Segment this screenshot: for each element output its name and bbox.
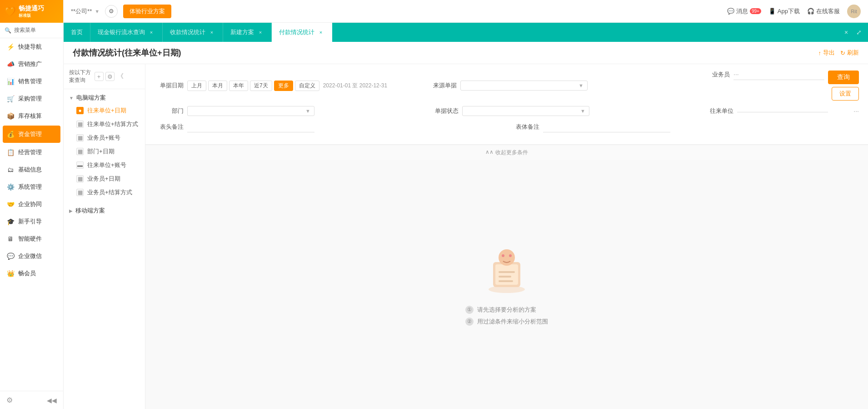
main-area: **公司** ▼ ⚙ 体验行业方案 💬 消息 99+ 📱 App下载 🎧 在线客… (64, 0, 868, 409)
table-body-note-input[interactable] (543, 121, 670, 132)
empty-tip-2: ② 用过滤条件来缩小分析范围 (465, 318, 548, 326)
tab-collection-close[interactable]: × (208, 29, 215, 36)
scheme-desktop-header[interactable]: ▼ 电脑端方案 (64, 92, 145, 104)
scheme-settings-btn[interactable]: ⚙ (105, 72, 115, 81)
date-opt-more[interactable]: 更多 (274, 81, 293, 91)
weixin-icon: 💬 (6, 252, 15, 260)
enterprise-icon: 🤝 (6, 200, 15, 208)
sidebar-item-finance[interactable]: 💰 资金管理 (3, 126, 60, 143)
search-icon: 🔍 (5, 27, 11, 34)
salesman-more-btn[interactable]: ··· (733, 71, 739, 78)
sidebar-item-guide[interactable]: 🎓 新手引导 (0, 213, 63, 230)
sidebar-item-vip[interactable]: 👑 畅会员 (0, 265, 63, 282)
date-options: 上月 本月 本年 近7天 更多 自定义 2022-01-01 至 2022-12… (187, 81, 387, 91)
partner-filter-col: 往来单位 ··· (704, 107, 859, 115)
settings-btn[interactable]: 设置 (832, 87, 859, 101)
date-opt-this-year[interactable]: 本年 (229, 81, 248, 91)
finance-icon: 💰 (6, 130, 15, 138)
scheme-icon-0: ● (76, 107, 84, 114)
sidebar-item-hardware[interactable]: 🖥 智能硬件 (0, 230, 63, 247)
partner-more-btn[interactable]: ··· (853, 107, 859, 115)
action-btns: 查询 设置 (828, 71, 859, 101)
sidebar-item-weixin[interactable]: 💬 企业微信 (0, 247, 63, 265)
date-opt-last-month[interactable]: 上月 (187, 81, 206, 91)
topbar-settings-btn[interactable]: ⚙ (105, 5, 118, 18)
topbar-msg-btn[interactable]: 💬 消息 99+ (727, 7, 761, 15)
table-header-note-input[interactable] (187, 121, 314, 132)
partner-label: 往来单位 (704, 107, 733, 115)
sidebar-search-btn[interactable]: 🔍 搜索菜单 (0, 23, 63, 38)
inventory-icon: 📦 (6, 112, 15, 120)
salesman-label: 业务员 (701, 71, 730, 79)
tab-new-scheme[interactable]: 新建方案 × (223, 23, 272, 42)
scheme-item-salesman-account[interactable]: ▦ 业务员+账号 (64, 131, 145, 145)
date-opt-7days[interactable]: 近7天 (250, 81, 272, 91)
export-icon: ↑ (818, 50, 822, 56)
scheme-mobile-header[interactable]: ▶ 移动端方案 (64, 205, 145, 217)
table-header-note-col: 表头备注 (155, 121, 503, 132)
export-btn[interactable]: ↑ 导出 (818, 49, 835, 57)
scheme-add-btn[interactable]: + (95, 72, 104, 81)
table-body-note-label: 表体备注 (510, 123, 539, 131)
scheme-item-partner-settlement[interactable]: ▦ 往来单位+结算方式 (64, 117, 145, 131)
topbar-service-btn[interactable]: 🎧 在线客服 (807, 7, 840, 15)
scheme-item-partner-date[interactable]: ● 往来单位+日期 (64, 104, 145, 117)
tab-expand-btn[interactable]: ⤢ (853, 27, 864, 38)
topbar-app-download-btn[interactable]: 📱 App下载 (768, 7, 800, 15)
avatar[interactable]: Rit (847, 5, 861, 18)
source-select[interactable]: ▼ (460, 81, 588, 91)
tabbar-controls: × ⤢ (837, 23, 868, 42)
scheme-item-salesman-date[interactable]: ▦ 业务员+日期 (64, 172, 145, 186)
tab-payment-close[interactable]: × (317, 29, 324, 36)
dept-select[interactable]: ▼ (187, 106, 314, 116)
scheme-collapse-btn[interactable]: 《 (117, 72, 140, 81)
sidebar-item-quick-nav[interactable]: ⚡ 快捷导航 (0, 38, 63, 56)
company-chevron-icon[interactable]: ▼ (95, 9, 100, 14)
purchase-icon: 🛒 (6, 95, 15, 103)
sidebar-item-enterprise[interactable]: 🤝 企业协同 (0, 196, 63, 213)
scheme-mobile-group: ▶ 移动端方案 (64, 202, 145, 219)
tab-new-scheme-close[interactable]: × (257, 29, 264, 36)
system-icon: ⚙️ (6, 183, 15, 191)
sidebar-item-sales[interactable]: 📊 销售管理 (0, 73, 63, 90)
sidebar-collapse-icon[interactable]: ◀◀ (47, 397, 57, 404)
msg-badge: 99+ (750, 8, 761, 14)
vip-icon: 👑 (6, 269, 15, 278)
voucher-status-label: 单据状态 (429, 107, 459, 115)
filter-area: 单据日期 上月 本月 本年 近7天 更多 自定义 2022-01-01 至 20… (145, 64, 868, 409)
sidebar-item-system[interactable]: ⚙️ 系统管理 (0, 178, 63, 196)
dept-label: 部门 (155, 107, 184, 115)
marketing-icon: 📣 (6, 60, 15, 68)
date-label: 单据日期 (155, 81, 184, 90)
tabbar: 首页 现金银行流水查询 × 收款情况统计 × 新建方案 × 付款情况统计 × ×… (64, 23, 868, 42)
scheme-icon-5: ▦ (76, 175, 84, 182)
scheme-item-salesman-settlement[interactable]: ▦ 业务员+结算方式 (64, 186, 145, 199)
tab-bank-flow-close[interactable]: × (148, 29, 155, 36)
query-btn[interactable]: 查询 (828, 71, 859, 84)
sidebar-item-inventory[interactable]: 📦 库存核算 (0, 107, 63, 125)
sidebar-item-marketing[interactable]: 📣 营销推广 (0, 56, 63, 73)
voucher-status-select[interactable]: ▼ (462, 106, 589, 116)
tab-bank-flow[interactable]: 现金银行流水查询 × (90, 23, 163, 42)
scheme-item-partner-account[interactable]: ▬ 往来单位+账号 (64, 158, 145, 172)
date-opt-this-month[interactable]: 本月 (208, 81, 227, 91)
empty-tip-1: ① 请先选择要分析的方案 (465, 306, 548, 314)
svg-rect-6 (499, 271, 515, 273)
trial-btn[interactable]: 体验行业方案 (123, 5, 171, 18)
collapse-bar[interactable]: ∧∧ 收起更多条件 (145, 145, 868, 160)
operation-icon: 📋 (6, 148, 15, 157)
tab-payment[interactable]: 付款情况统计 × (272, 23, 332, 42)
tab-close-all-btn[interactable]: × (841, 27, 852, 38)
sidebar-item-operation[interactable]: 📋 经营管理 (0, 144, 63, 161)
sidebar-item-purchase[interactable]: 🛒 采购管理 (0, 90, 63, 107)
scheme-desktop-group: ▼ 电脑端方案 ● 往来单位+日期 ▦ 往来单位+结算方式 ▦ 业务员+账号 (64, 89, 145, 202)
refresh-btn[interactable]: ↻ 刷新 (840, 49, 859, 57)
salesman-filter-col: 业务员 ··· 查询 设置 (701, 71, 859, 101)
sidebar-settings-icon[interactable]: ⚙ (6, 396, 13, 404)
sidebar-item-basic[interactable]: 🗂 基础信息 (0, 161, 63, 178)
voucher-status-chevron-icon: ▼ (580, 108, 585, 114)
date-opt-custom[interactable]: 自定义 (295, 81, 319, 91)
scheme-item-dept-date[interactable]: ▦ 部门+日期 (64, 145, 145, 158)
tab-collection[interactable]: 收款情况统计 × (163, 23, 223, 42)
tab-home[interactable]: 首页 (64, 23, 90, 42)
